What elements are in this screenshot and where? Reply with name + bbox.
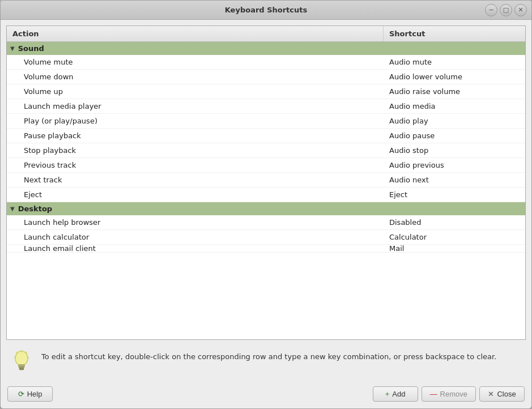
minimize-button[interactable]: − [485,4,497,16]
shortcut-cell: Audio stop [384,143,525,157]
close-button[interactable]: ✕ [514,4,527,16]
close-icon: ✕ [488,390,494,398]
table-row[interactable]: Pause playback Audio pause [7,129,525,143]
shortcut-cell: Disabled [384,215,525,229]
shortcuts-table[interactable]: Action Shortcut ▼ Sound Volume mute Audi… [6,25,526,340]
collapse-triangle-sound: ▼ [10,45,15,52]
shortcut-cell: Audio play [384,114,525,128]
svg-rect-3 [19,368,23,370]
help-label: Help [27,390,42,398]
table-body: ▼ Sound Volume mute Audio mute Volume do… [7,42,525,253]
keyboard-shortcuts-window: Keyboard Shortcuts − □ ✕ Action Shortcut [0,0,532,409]
action-cell: Pause playback [7,129,384,143]
action-cell: Launch calculator [7,230,384,244]
svg-line-6 [16,352,18,353]
shortcut-cell: Audio media [384,99,525,113]
action-cell: Launch help browser [7,215,384,229]
group-row-sound[interactable]: ▼ Sound [7,42,525,55]
action-cell: Launch media player [7,99,384,113]
remove-icon: — [430,390,437,398]
table-row[interactable]: Eject Eject [7,188,525,202]
info-section: To edit a shortcut key, double-click on … [6,346,526,378]
action-cell: Launch email client [7,245,384,253]
action-cell: Volume mute [7,55,384,69]
titlebar: Keyboard Shortcuts − □ ✕ [1,1,531,20]
info-text: To edit a shortcut key, double-click on … [41,349,496,363]
action-cell: Volume up [7,84,384,99]
shortcut-cell: Calculator [384,230,525,244]
action-cell: Volume down [7,70,384,84]
table-header: Action Shortcut [7,26,525,42]
table-row[interactable]: Stop playback Audio stop [7,143,525,158]
add-icon: + [385,390,390,398]
add-button[interactable]: + Add [373,386,418,402]
shortcut-cell: Audio lower volume [384,70,525,84]
main-content: Action Shortcut ▼ Sound Volume mute Audi… [1,20,531,408]
action-cell: Stop playback [7,143,384,157]
lightbulb-icon [8,349,35,375]
table-scroll-area[interactable]: ▼ Sound Volume mute Audio mute Volume do… [7,42,525,339]
table-row[interactable]: Previous track Audio previous [7,158,525,173]
action-cell: Previous track [7,158,384,172]
table-row-partial[interactable]: Launch email client Mail [7,245,525,253]
table-row[interactable]: Launch calculator Calculator [7,230,525,245]
shortcut-cell: Eject [384,188,525,202]
column-header-shortcut: Shortcut [384,26,525,41]
svg-rect-1 [18,365,24,367]
close-dialog-button[interactable]: ✕ Close [479,386,525,402]
table-row[interactable]: Play (or play/pause) Audio play [7,114,525,129]
help-icon: ⟳ [18,390,24,398]
group-row-desktop[interactable]: ▼ Desktop [7,202,525,215]
shortcut-cell: Audio pause [384,129,525,143]
svg-line-5 [25,352,27,353]
help-button[interactable]: ⟳ Help [7,386,53,402]
shortcut-cell: Audio previous [384,158,525,172]
shortcut-cell: Audio mute [384,55,525,69]
shortcut-cell: Audio raise volume [384,84,525,99]
action-cell: Eject [7,188,384,202]
remove-button[interactable]: — Remove [422,386,476,402]
remove-label: Remove [440,390,467,398]
button-bar: ⟳ Help + Add — Remove ✕ Close [6,384,526,403]
table-row[interactable]: Volume up Audio raise volume [7,84,525,99]
action-cell: Play (or play/pause) [7,114,384,128]
shortcut-cell: Audio next [384,173,525,187]
button-bar-left: ⟳ Help [7,386,53,402]
close-label: Close [497,390,516,398]
action-cell: Next track [7,173,384,187]
group-label-desktop: Desktop [18,204,52,213]
collapse-triangle-desktop: ▼ [10,206,15,212]
table-row[interactable]: Volume mute Audio mute [7,55,525,70]
shortcut-cell: Mail [384,245,525,253]
button-bar-right: + Add — Remove ✕ Close [373,386,525,402]
window-title: Keyboard Shortcuts [225,6,307,14]
table-row[interactable]: Next track Audio next [7,173,525,188]
titlebar-right-controls: − □ ✕ [485,4,527,16]
table-row[interactable]: Launch help browser Disabled [7,215,525,230]
maximize-button[interactable]: □ [500,4,512,16]
column-header-action: Action [7,26,384,41]
table-row[interactable]: Volume down Audio lower volume [7,70,525,84]
table-row[interactable]: Launch media player Audio media [7,99,525,114]
add-label: Add [392,390,405,398]
group-label-sound: Sound [18,44,44,53]
